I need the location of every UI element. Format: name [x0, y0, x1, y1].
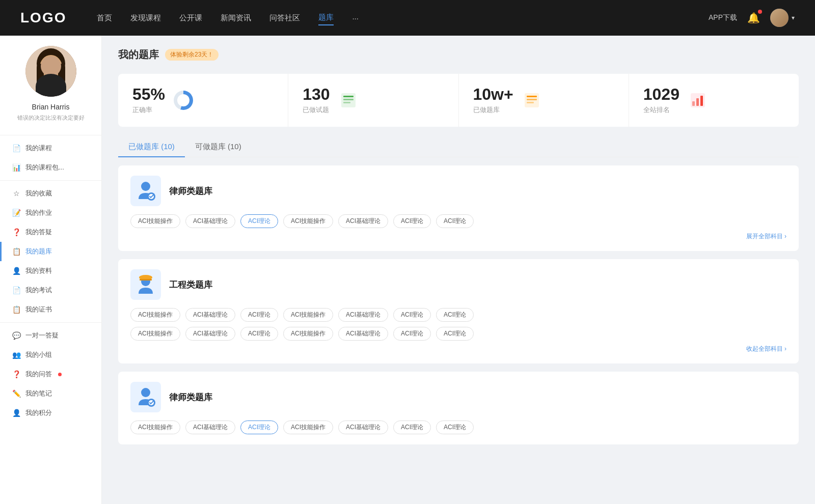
nav-news[interactable]: 新闻资讯	[221, 11, 251, 25]
navbar-nav: 首页 发现课程 公开课 新闻资讯 问答社区 题库 ···	[97, 11, 709, 25]
tag-1-r2-6[interactable]: ACI理论	[436, 327, 474, 341]
tag-2-1[interactable]: ACI基础理论	[185, 421, 235, 434]
navbar-right: APP下载 🔔 ▾	[709, 9, 795, 27]
tag-2-3[interactable]: ACI技能操作	[283, 421, 333, 434]
collapse-link-1[interactable]: 收起全部科目 ›	[130, 345, 786, 353]
tab-available-banks[interactable]: 可做题库 (10)	[185, 137, 252, 157]
sidebar-item-my-info[interactable]: 👤 我的资料	[0, 261, 101, 281]
sidebar-item-label: 我的证书	[25, 305, 52, 314]
qbank-tags-row2-1: ACI技能操作 ACI基础理论 ACI理论 ACI技能操作 ACI基础理论 AC…	[130, 327, 786, 341]
tag-0-2[interactable]: ACI理论	[240, 214, 278, 228]
sidebar-item-homework[interactable]: 📝 我的作业	[0, 203, 101, 222]
svg-rect-17	[696, 98, 699, 106]
tag-0-6[interactable]: ACI理论	[436, 214, 474, 228]
bank-icon: 📋	[12, 247, 20, 256]
tag-0-0[interactable]: ACI技能操作	[130, 214, 180, 228]
svg-rect-16	[692, 101, 695, 106]
avatar-image	[25, 46, 76, 97]
pie-chart-inner	[177, 94, 189, 106]
sidebar-item-one-on-one[interactable]: 💬 一对一答疑	[0, 326, 101, 345]
svg-rect-18	[700, 96, 703, 106]
svg-rect-9	[343, 99, 354, 100]
sidebar-item-favorites[interactable]: ☆ 我的收藏	[0, 184, 101, 203]
table-orange-svg	[524, 92, 540, 108]
app-download-button[interactable]: APP下载	[709, 13, 737, 22]
tag-1-3[interactable]: ACI技能操作	[283, 308, 333, 322]
sidebar-item-my-group[interactable]: 👥 我的小组	[0, 345, 101, 365]
tag-1-5[interactable]: ACI理论	[393, 308, 431, 322]
tag-1-4[interactable]: ACI基础理论	[338, 308, 388, 322]
tag-0-3[interactable]: ACI技能操作	[283, 214, 333, 228]
stat-banks-value: 10w+	[473, 86, 513, 102]
avatar	[770, 9, 789, 27]
tag-2-5[interactable]: ACI理论	[393, 421, 431, 434]
tag-1-r2-0[interactable]: ACI技能操作	[130, 327, 180, 341]
table-orange-icon	[522, 90, 542, 110]
nav-question-bank[interactable]: 题库	[318, 11, 334, 25]
stat-done-label: 已做试题	[303, 105, 330, 115]
table-icon-svg	[340, 92, 357, 108]
svg-point-2	[40, 55, 62, 79]
chat-icon: 💬	[12, 331, 20, 340]
tag-1-6[interactable]: ACI理论	[436, 308, 474, 322]
sidebar-item-label: 我的问答	[25, 370, 52, 379]
tag-2-6[interactable]: ACI理论	[436, 421, 474, 434]
sidebar-divider-1	[0, 135, 101, 135]
user-icon: 👤	[12, 267, 20, 275]
nav-more[interactable]: ···	[352, 12, 359, 24]
tabs-row: 已做题库 (10) 可做题库 (10)	[118, 137, 799, 157]
tag-1-0[interactable]: ACI技能操作	[130, 308, 180, 322]
nav-discover[interactable]: 发现课程	[130, 11, 161, 25]
sidebar-menu: 📄 我的课程 📊 我的课程包... ☆ 我的收藏 📝 我的作业 ❓ 我的答疑 �	[0, 138, 101, 423]
sidebar-item-my-questions[interactable]: ❓ 我的问答	[0, 365, 101, 384]
tag-0-5[interactable]: ACI理论	[393, 214, 431, 228]
main-layout: Brian Harris 错误的决定比没有决定要好 📄 我的课程 📊 我的课程包…	[0, 36, 815, 504]
page-header: 我的题库 体验剩余23天！	[118, 48, 799, 62]
lawyer-icon-svg-2	[134, 386, 157, 408]
tag-0-1[interactable]: ACI基础理论	[185, 214, 235, 228]
sidebar-item-my-notes[interactable]: ✏️ 我的笔记	[0, 384, 101, 403]
sidebar: Brian Harris 错误的决定比没有决定要好 📄 我的课程 📊 我的课程包…	[0, 36, 102, 504]
qbank-header-2: 律师类题库	[130, 382, 786, 412]
sidebar-item-my-exam[interactable]: 📄 我的考试	[0, 281, 101, 300]
notification-bell[interactable]: 🔔	[747, 12, 760, 24]
qbank-card-0: 律师类题库 ACI技能操作 ACI基础理论 ACI理论 ACI技能操作 ACI基…	[118, 165, 799, 251]
tag-2-0[interactable]: ACI技能操作	[130, 421, 180, 434]
svg-rect-3	[37, 64, 44, 89]
stat-done-questions: 130 已做试题	[288, 74, 458, 127]
svg-rect-10	[343, 102, 350, 103]
tag-1-r2-1[interactable]: ACI基础理论	[185, 327, 235, 341]
sidebar-item-my-qa[interactable]: ❓ 我的答疑	[0, 222, 101, 242]
sidebar-item-course-packages[interactable]: 📊 我的课程包...	[0, 158, 101, 177]
notification-badge	[758, 10, 762, 14]
tag-1-r2-3[interactable]: ACI技能操作	[283, 327, 333, 341]
chart-icon: 📊	[12, 163, 20, 172]
sidebar-item-my-points[interactable]: 👤 我的积分	[0, 403, 101, 423]
stats-row: 55% 正确率 130 已做试题	[118, 74, 799, 127]
tag-2-2[interactable]: ACI理论	[240, 421, 278, 434]
main-content: 我的题库 体验剩余23天！ 55% 正确率 130	[102, 36, 815, 504]
tag-1-2[interactable]: ACI理论	[240, 308, 278, 322]
tag-2-4[interactable]: ACI基础理论	[338, 421, 388, 434]
sidebar-item-certificate[interactable]: 📋 我的证书	[0, 300, 101, 319]
pie-chart	[174, 91, 193, 110]
tag-1-r2-4[interactable]: ACI基础理论	[338, 327, 388, 341]
sidebar-item-label: 我的课程包...	[25, 163, 64, 172]
sidebar-item-label: 我的小组	[25, 350, 52, 359]
qbank-card-2: 律师类题库 ACI技能操作 ACI基础理论 ACI理论 ACI技能操作 ACI基…	[118, 372, 799, 444]
sidebar-item-label: 一对一答疑	[25, 331, 59, 340]
tag-1-1[interactable]: ACI基础理论	[185, 308, 235, 322]
tag-1-r2-5[interactable]: ACI理论	[393, 327, 431, 341]
nav-home[interactable]: 首页	[97, 11, 112, 25]
nav-open-course[interactable]: 公开课	[179, 11, 202, 25]
sidebar-item-question-bank[interactable]: 📋 我的题库	[0, 242, 101, 261]
sidebar-item-my-courses[interactable]: 📄 我的课程	[0, 138, 101, 158]
chart-red-svg	[690, 92, 706, 108]
user-avatar-button[interactable]: ▾	[770, 9, 795, 27]
nav-qa[interactable]: 问答社区	[269, 11, 300, 25]
tag-0-4[interactable]: ACI基础理论	[338, 214, 388, 228]
tab-done-banks[interactable]: 已做题库 (10)	[118, 137, 185, 157]
stat-rank-text: 1029 全站排名	[643, 86, 680, 115]
tag-1-r2-2[interactable]: ACI理论	[240, 327, 278, 341]
expand-link-0[interactable]: 展开全部科目 ›	[130, 232, 786, 241]
